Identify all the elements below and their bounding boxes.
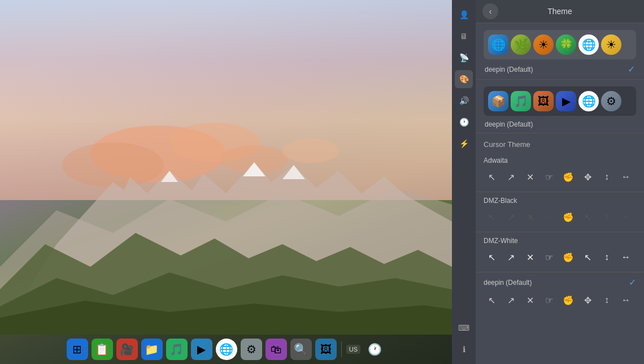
theme-icons-row-dark: 📦 🎵 🖼 ▶ 🌐 ⚙ [484,86,636,116]
sidebar-keyboard-icon[interactable]: ⌨ [455,319,473,337]
cursor-name-adwaita: Adwaita [484,157,636,164]
theme-card-dark[interactable]: 📦 🎵 🖼 ▶ 🌐 ⚙ deepin (Default) [476,80,644,133]
cursor-icons-dmz-white: ↖ ↗ ✕ ☞ ✊ ↖ ↕ ↔ ⚪ [484,249,636,265]
cursor-pointer-dp: ☞ [541,292,557,308]
theme-card-default[interactable]: 🌐 🌿 ☀ 🍀 🌐 ☀ deepin (Default) ✓ [476,23,644,80]
cursor-resize-v-dk: ↕ [599,209,615,225]
cursor-move-dp: ✥ [580,292,595,308]
taskbar-separator [341,341,342,357]
cursor-alt-dk: ↖ [580,209,595,225]
chrome-icon[interactable]: 🌐 [216,339,237,360]
cursor-cross-dk: ✕ [522,209,538,225]
theme-icon-globe: 🌐 [488,34,508,55]
cursor-name-dmz-white: DMZ-White [484,237,636,245]
cursor-resize-v-wh: ↕ [599,249,615,265]
sidebar-power-icon[interactable]: ⚡ [455,135,473,153]
cursor-section-dmz-white[interactable]: DMZ-White ↖ ↗ ✕ ☞ ✊ ↖ ↕ ↔ ⚪ [476,232,644,272]
back-button[interactable]: ‹ [482,3,498,19]
cursor-icons-deepin: ↖ ↗ ✕ ☞ ✊ ✥ ↕ ↔ ◎ [484,292,636,308]
cursor-section-adwaita[interactable]: Adwaita ↖ ↗ ✕ ☞ ✊ ✥ ↕ ↔ ◎ [476,152,644,192]
theme-name-default: deepin (Default) [485,66,533,73]
theme-icons-row-default: 🌐 🌿 ☀ 🍀 🌐 ☀ [484,30,636,59]
theme-icon-gear: ⚙ [601,91,621,111]
cursor-grab-dp: ✊ [560,292,576,308]
music-icon[interactable]: 🎵 [166,339,188,360]
settings-icon[interactable]: ⚙ [241,339,262,360]
theme-icon-plant: 🌿 [511,34,531,55]
theme-icon-music: 🎵 [511,91,531,111]
svg-point-4 [282,138,339,163]
theme-icon-photo: 🖼 [533,91,554,111]
desktop-wallpaper: ⊞ 📋 🎥 📁 🎵 ▶ 🌐 ⚙ 🛍 🔍 🖼 US 🕐 [0,0,452,364]
theme-icon-sun: ☀ [533,34,554,55]
cursor-check-deepin: ✓ [629,277,636,288]
cursor-cross-dp: ✕ [522,292,538,308]
photos-taskbar-icon[interactable]: 🖼 [315,339,337,360]
theme-label-row-dark: deepin (Default) [484,120,636,128]
theme-panel: ‹ Theme 🌐 🌿 ☀ 🍀 🌐 ☀ deepin (Default) ✓ 📦… [476,0,644,364]
theme-label-row-default: deepin (Default) ✓ [484,64,636,75]
sidebar-display-icon[interactable]: 🖥 [455,27,473,45]
cursor-hand-wh: ↗ [503,249,519,265]
cursor-hand1: ↗ [503,169,519,185]
cursor-alt-wh: ↖ [580,249,595,265]
cursor-hand-dp: ↗ [503,292,519,308]
cursor-icons-dmz-black: ↖ ↗ ✕ ☞ ✊ ↖ ↕ ↔ ⚫ [484,209,636,225]
recorder-icon[interactable]: 🎥 [116,339,138,360]
settings-sidebar: 👤 🖥 📡 🎨 🔊 🕐 ⚡ ⌨ ℹ [452,0,476,364]
svg-point-2 [62,142,164,188]
cursor-arrow-wh: ↖ [484,249,499,265]
cursor-section-deepin[interactable]: deepin (Default) ✓ ↖ ↗ ✕ ☞ ✊ ✥ ↕ ↔ ◎ [476,272,644,315]
cursor-grab-wh: ✊ [560,249,576,265]
theme-icon-play: ▶ [556,91,576,111]
theme-check-default: ✓ [628,64,635,75]
cursor-hand-dk: ↗ [503,209,519,225]
cursor-move1: ✥ [580,169,595,185]
media-player-icon[interactable]: ▶ [191,339,212,360]
cursor-name-deepin: deepin (Default) [484,279,532,287]
cursor-pointer1: ☞ [541,169,557,185]
files-icon[interactable]: 📁 [141,339,163,360]
theme-icon-box: 📦 [488,91,508,111]
cursor-section-dmz-black[interactable]: DMZ-Black ↖ ↗ ✕ ☞ ✊ ↖ ↕ ↔ ⚫ [476,192,644,232]
cursor-resize-h1: ↔ [618,169,634,185]
sidebar-sound-icon[interactable]: 🔊 [455,92,473,110]
cursor-cross-wh: ✕ [522,249,538,265]
panel-title: Theme [503,7,617,16]
clock-taskbar-icon[interactable]: 🕐 [364,339,385,360]
search-taskbar-icon[interactable]: 🔍 [290,339,312,360]
locale-badge: US [346,345,360,354]
cursor-grab1: ✊ [560,169,576,185]
panel-header: ‹ Theme [476,0,644,23]
theme-icon-chrome2: 🌐 [578,91,599,111]
sidebar-datetime-icon[interactable]: 🕐 [455,113,473,131]
landscape-svg [0,109,452,335]
cursor-resize-h-wh: ↔ [618,249,634,265]
cursor-resize-v-dp: ↕ [599,292,615,308]
cursor-arrow-dk: ↖ [484,209,499,225]
cursor-resize-v1: ↕ [599,169,615,185]
cursor-arrow-dp: ↖ [484,292,499,308]
cursor-pointer-dk: ☞ [541,209,557,225]
cursor-resize-h-dk: ↔ [618,209,634,225]
cursor-section-header: Cursor Theme [476,133,644,152]
cursor-resize-h-dp: ↔ [618,292,634,308]
theme-icon-sun2: ☀ [601,34,621,55]
theme-name-dark: deepin (Default) [485,120,533,128]
cursor-arrow: ↖ [484,169,499,185]
cursor-icons-adwaita: ↖ ↗ ✕ ☞ ✊ ✥ ↕ ↔ ◎ [484,169,636,185]
theme-icon-leaf: 🍀 [556,34,576,55]
launcher-icon[interactable]: ⊞ [67,339,88,360]
kanban-icon[interactable]: 📋 [92,339,113,360]
sidebar-appearance-icon[interactable]: 🎨 [455,70,473,88]
sidebar-user-icon[interactable]: 👤 [455,6,473,24]
cursor-grab-dk: ✊ [560,209,576,225]
cursor-name-dmz-black: DMZ-Black [484,197,636,205]
store-icon[interactable]: 🛍 [266,339,287,360]
taskbar: ⊞ 📋 🎥 📁 🎵 ▶ 🌐 ⚙ 🛍 🔍 🖼 US 🕐 [0,335,452,364]
cursor-cross: ✕ [522,169,538,185]
cursor-pointer-wh: ☞ [541,249,557,265]
sidebar-network-icon[interactable]: 📡 [455,49,473,67]
theme-icon-chrome1: 🌐 [578,34,599,55]
sidebar-info-icon[interactable]: ℹ [455,340,473,358]
